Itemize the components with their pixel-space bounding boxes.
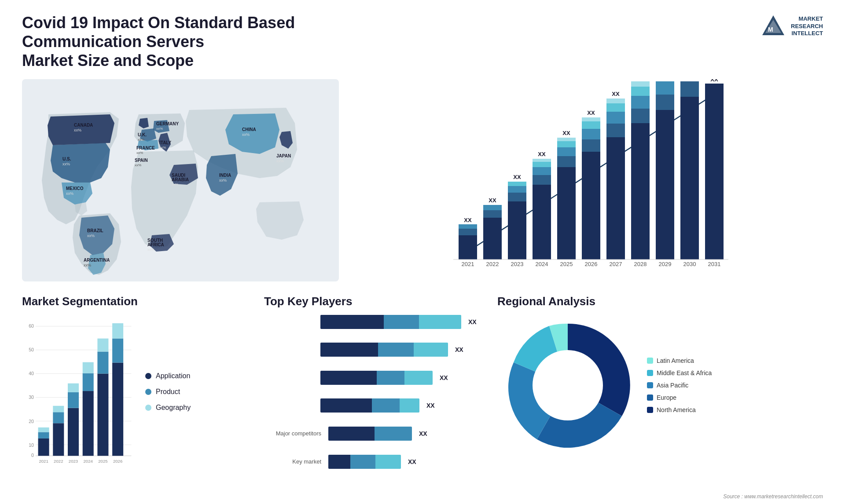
- legend-latin-america: Latin America: [647, 357, 712, 364]
- hbar-val-5: XX: [419, 430, 427, 437]
- svg-text:INDIA: INDIA: [219, 173, 231, 178]
- svg-text:XX: XX: [612, 91, 620, 97]
- svg-rect-95: [680, 81, 699, 97]
- hbar-track-3: [320, 371, 433, 385]
- svg-rect-116: [38, 438, 49, 455]
- dot-europe: [647, 394, 653, 401]
- seg-chart-svg: 60 50 40 30 20 10 0: [22, 315, 136, 469]
- svg-text:xx%: xx%: [147, 248, 154, 252]
- svg-text:2023: 2023: [69, 458, 78, 463]
- svg-text:xx%: xx%: [74, 128, 81, 132]
- svg-text:CHINA: CHINA: [242, 127, 256, 132]
- seg-chart-area: 60 50 40 30 20 10 0: [22, 315, 251, 469]
- hbar-track-1: [320, 315, 461, 329]
- svg-rect-130: [83, 362, 94, 373]
- svg-rect-134: [97, 338, 108, 351]
- regional-title: Regional Analysis: [497, 295, 823, 308]
- top-section: CANADA xx% U.S. xx% MEXICO xx% BRAZIL xx…: [22, 79, 823, 281]
- svg-rect-120: [53, 423, 64, 456]
- legend-asia-pacific: Asia Pacific: [647, 382, 712, 389]
- hbar-row-2: XX: [264, 343, 484, 357]
- svg-text:XX: XX: [538, 151, 546, 157]
- svg-text:XX: XX: [587, 110, 595, 116]
- svg-text:XX: XX: [686, 79, 694, 80]
- legend-product: Product: [145, 388, 191, 396]
- svg-text:FRANCE: FRANCE: [136, 146, 155, 150]
- svg-rect-45: [483, 205, 502, 210]
- svg-rect-79: [606, 99, 625, 103]
- bottom-section: Market Segmentation 60 50 40 30 20 10 0: [22, 295, 823, 488]
- hbar-row-5: Major competitors XX: [264, 427, 484, 441]
- svg-text:2030: 2030: [683, 261, 696, 267]
- hbar-row-4: XX: [264, 398, 484, 413]
- world-map-svg: CANADA xx% U.S. xx% MEXICO xx% BRAZIL xx…: [22, 79, 339, 281]
- page-container: Covid 19 Impact On Standard Based Commun…: [0, 0, 845, 504]
- svg-text:U.S.: U.S.: [62, 157, 71, 161]
- svg-rect-77: [606, 112, 625, 124]
- hbar-track-2: [320, 343, 448, 357]
- hbar-val-3: XX: [440, 374, 448, 381]
- svg-text:40: 40: [29, 371, 34, 376]
- svg-rect-124: [68, 408, 79, 456]
- svg-text:JAPAN: JAPAN: [276, 153, 291, 158]
- legend-dot-application: [145, 373, 151, 379]
- svg-rect-71: [582, 121, 600, 129]
- svg-rect-76: [606, 124, 625, 137]
- hbar-val-6: XX: [408, 458, 416, 465]
- svg-text:2024: 2024: [84, 458, 93, 463]
- svg-rect-122: [53, 405, 64, 412]
- svg-rect-43: [483, 218, 502, 259]
- svg-text:MEXICO: MEXICO: [66, 186, 84, 191]
- svg-rect-94: [680, 97, 699, 259]
- svg-rect-133: [97, 351, 108, 373]
- svg-rect-121: [53, 412, 64, 423]
- hbar-row-6: Key market XX: [264, 455, 484, 469]
- svg-text:2025: 2025: [98, 458, 107, 463]
- svg-rect-128: [83, 391, 94, 456]
- svg-rect-125: [68, 392, 79, 408]
- dot-latin-america: [647, 358, 653, 364]
- hbar-label-major: Major competitors: [264, 430, 321, 437]
- hbar-container: XX XX: [264, 315, 484, 469]
- svg-text:2023: 2023: [511, 261, 524, 267]
- svg-text:SPAIN: SPAIN: [135, 158, 148, 163]
- svg-text:30: 30: [29, 394, 34, 400]
- svg-rect-70: [582, 129, 600, 139]
- svg-rect-48: [508, 201, 526, 259]
- svg-rect-69: [582, 139, 600, 152]
- svg-rect-84: [631, 96, 650, 109]
- svg-text:2031: 2031: [708, 261, 721, 267]
- svg-text:xx%: xx%: [276, 159, 284, 163]
- hbar-row-3: XX: [264, 371, 484, 385]
- legend-middle-east: Middle East & Africa: [647, 369, 712, 376]
- donut-area: Latin America Middle East & Africa Asia …: [497, 315, 823, 456]
- svg-rect-38: [459, 235, 477, 259]
- hbar-val-2: XX: [455, 346, 463, 353]
- svg-text:2029: 2029: [659, 261, 672, 267]
- svg-text:2024: 2024: [536, 261, 548, 267]
- svg-rect-58: [533, 159, 551, 162]
- svg-text:20: 20: [29, 419, 34, 424]
- svg-rect-126: [68, 383, 79, 392]
- map-container: CANADA xx% U.S. xx% MEXICO xx% BRAZIL xx…: [22, 79, 339, 281]
- logo-block: M MARKETRESEARCHINTELLECT: [760, 13, 823, 40]
- dot-middle-east: [647, 370, 653, 376]
- svg-text:2026: 2026: [585, 261, 598, 267]
- logo-text: MARKETRESEARCHINTELLECT: [791, 15, 823, 38]
- legend-application: Application: [145, 372, 191, 380]
- seg-legend: Application Product Geography: [145, 315, 191, 469]
- svg-text:2025: 2025: [560, 261, 573, 267]
- svg-rect-61: [557, 167, 576, 259]
- svg-text:xx%: xx%: [84, 263, 91, 267]
- svg-rect-55: [533, 175, 551, 185]
- svg-rect-136: [112, 362, 123, 456]
- svg-rect-118: [38, 427, 49, 432]
- svg-rect-138: [112, 323, 123, 339]
- svg-text:XX: XX: [513, 174, 521, 180]
- svg-text:xx%: xx%: [135, 163, 141, 167]
- svg-rect-117: [38, 432, 49, 438]
- svg-text:0: 0: [31, 453, 34, 458]
- players-title: Top Key Players: [264, 295, 484, 308]
- title-block: Covid 19 Impact On Standard Based Commun…: [22, 13, 352, 70]
- svg-text:2021: 2021: [39, 458, 48, 463]
